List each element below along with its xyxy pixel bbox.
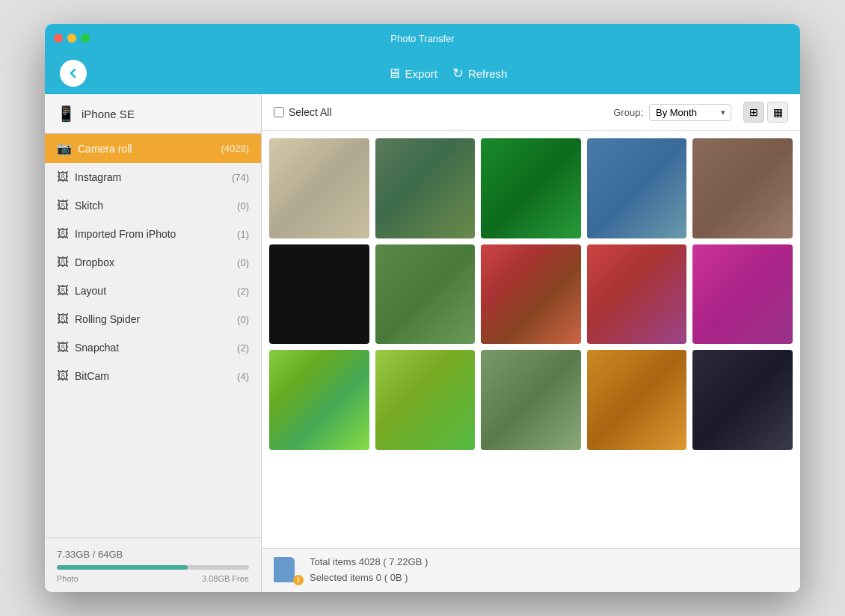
sidebar-item-layout[interactable]: 🖼 Layout (2) xyxy=(45,277,261,305)
photo-thumb[interactable] xyxy=(587,350,687,450)
sidebar-item-bitcam[interactable]: 🖼 BitCam (4) xyxy=(45,362,261,390)
photo-inner xyxy=(375,350,476,450)
photo-thumb[interactable] xyxy=(269,244,369,345)
photo-thumb[interactable] xyxy=(269,138,369,238)
device-name: iPhone SE xyxy=(82,108,135,120)
photo-inner xyxy=(587,350,687,450)
sidebar-item-count: (0) xyxy=(237,257,249,268)
traffic-lights xyxy=(54,34,90,43)
photo-inner xyxy=(375,138,476,238)
photo-thumb[interactable] xyxy=(375,244,476,345)
photos-toolbar: Select All Group: By Month By Day By Yea… xyxy=(262,94,800,131)
photo-inner xyxy=(269,138,369,238)
sidebar-item-label: Skitch xyxy=(75,200,231,212)
storage-bar xyxy=(57,565,249,570)
photo-inner xyxy=(692,350,793,450)
camera-roll-icon: 📷 xyxy=(57,141,72,155)
select-all-label[interactable]: Select All xyxy=(274,106,332,118)
storage-bar-fill xyxy=(57,565,188,570)
photo-thumb[interactable] xyxy=(692,244,793,345)
sidebar-item-label: Instagram xyxy=(75,171,226,183)
toolbar: 🖥 Export ↻ Refresh xyxy=(45,52,800,94)
sidebar-list: 📷 Camera roll (4028) 🖼 Instagram (74) 🖼 … xyxy=(45,134,261,538)
photo-thumb[interactable] xyxy=(481,138,581,238)
photo-thumb[interactable] xyxy=(481,350,581,450)
photo-thumb[interactable] xyxy=(375,138,476,238)
photo-inner xyxy=(269,244,369,345)
photo-thumb[interactable] xyxy=(375,350,476,450)
photo-thumb[interactable] xyxy=(587,138,687,238)
photo-inner xyxy=(692,138,793,238)
imported-icon: 🖼 xyxy=(57,227,69,241)
sidebar-item-count: (1) xyxy=(237,229,249,240)
photo-inner xyxy=(481,244,581,345)
selected-items-text: Selected items 0 ( 0B ) xyxy=(310,570,428,586)
instagram-icon: 🖼 xyxy=(57,170,69,184)
group-label: Group: xyxy=(613,107,643,118)
sidebar-item-label: Camera roll xyxy=(78,143,215,155)
photo-inner xyxy=(269,350,369,450)
view-grid-button[interactable]: ⊞ xyxy=(743,102,764,123)
photo-thumb[interactable] xyxy=(692,138,793,238)
sidebar-item-label: Layout xyxy=(75,285,231,297)
export-label: Export xyxy=(405,67,437,80)
rolling-spider-icon: 🖼 xyxy=(57,312,69,326)
view-list-button[interactable]: ▦ xyxy=(767,102,788,123)
storage-section: 7.33GB / 64GB Photo 3.08GB Free xyxy=(45,538,261,592)
snapchat-icon: 🖼 xyxy=(57,341,69,354)
sidebar-item-imported-from-iphoto[interactable]: 🖼 Imported From iPhoto (1) xyxy=(45,220,261,248)
view-toggle: ⊞ ▦ xyxy=(743,102,788,123)
sidebar-item-count: (0) xyxy=(237,200,249,212)
photo-thumb[interactable] xyxy=(269,350,369,450)
status-bar: i Total items 4028 ( 7.22GB ) Selected i… xyxy=(262,548,800,592)
sidebar-item-count: (4028) xyxy=(221,143,249,154)
minimize-button[interactable] xyxy=(67,34,76,43)
device-header: 📱 iPhone SE xyxy=(45,94,261,134)
doc-icon xyxy=(274,557,295,582)
sidebar-item-label: Rolling Spider xyxy=(75,313,231,325)
photo-thumb[interactable] xyxy=(692,350,793,450)
bitcam-icon: 🖼 xyxy=(57,369,69,383)
device-icon: 📱 xyxy=(57,105,76,123)
photo-thumb[interactable] xyxy=(481,244,581,345)
photo-thumb[interactable] xyxy=(587,244,687,345)
status-icon: i xyxy=(274,557,301,584)
sidebar-item-dropbox[interactable]: 🖼 Dropbox (0) xyxy=(45,248,261,277)
status-text: Total items 4028 ( 7.22GB ) Selected ite… xyxy=(310,555,428,586)
toolbar-actions: 🖥 Export ↻ Refresh xyxy=(387,65,508,81)
sidebar-item-skitch[interactable]: 🖼 Skitch (0) xyxy=(45,191,261,220)
window-title: Photo Transfer xyxy=(390,33,454,44)
back-button[interactable] xyxy=(60,60,87,87)
close-button[interactable] xyxy=(54,34,63,43)
photo-inner xyxy=(587,138,687,238)
storage-size: 7.33GB / 64GB xyxy=(57,547,249,561)
refresh-button[interactable]: ↻ Refresh xyxy=(452,65,508,81)
main-content: 📱 iPhone SE 📷 Camera roll (4028) 🖼 Insta… xyxy=(45,94,800,592)
sidebar-item-camera-roll[interactable]: 📷 Camera roll (4028) xyxy=(45,134,261,163)
export-icon: 🖥 xyxy=(387,66,401,81)
skitch-icon: 🖼 xyxy=(57,199,69,212)
info-badge: i xyxy=(293,575,304,585)
photo-inner xyxy=(587,244,687,345)
photo-grid xyxy=(262,131,800,548)
photo-inner xyxy=(481,138,581,238)
export-button[interactable]: 🖥 Export xyxy=(387,65,437,81)
maximize-button[interactable] xyxy=(81,34,90,43)
photo-inner xyxy=(375,244,476,345)
refresh-label: Refresh xyxy=(468,67,508,80)
sidebar-item-count: (74) xyxy=(232,172,249,183)
sidebar-item-label: BitCam xyxy=(75,370,231,382)
photo-inner xyxy=(481,350,581,450)
sidebar-item-rolling-spider[interactable]: 🖼 Rolling Spider (0) xyxy=(45,305,261,333)
sidebar-item-instagram[interactable]: 🖼 Instagram (74) xyxy=(45,163,261,191)
group-controls: Group: By Month By Day By Year ⊞ xyxy=(613,102,788,123)
group-select[interactable]: By Month By Day By Year xyxy=(649,104,731,121)
select-all-checkbox[interactable] xyxy=(274,107,284,117)
view-list-icon: ▦ xyxy=(773,106,783,118)
total-items-text: Total items 4028 ( 7.22GB ) xyxy=(310,555,428,570)
sidebar-item-snapchat[interactable]: 🖼 Snapchat (2) xyxy=(45,333,261,362)
title-bar: Photo Transfer xyxy=(45,24,800,52)
sidebar-item-count: (4) xyxy=(237,371,249,382)
sidebar-item-label: Dropbox xyxy=(75,256,231,268)
storage-labels: Photo 3.08GB Free xyxy=(57,574,249,583)
